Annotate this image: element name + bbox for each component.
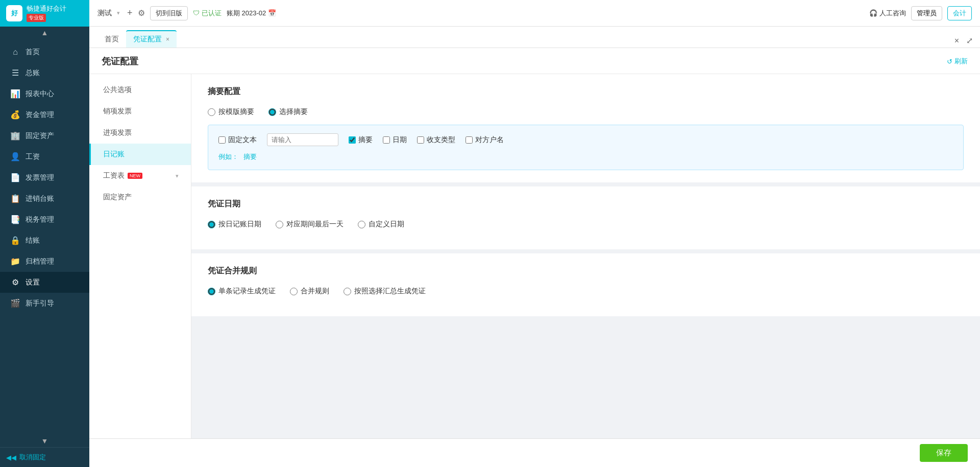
sidebar-scroll-up[interactable]: ▲ bbox=[0, 27, 89, 39]
company-chevron-icon[interactable]: ▾ bbox=[117, 10, 120, 16]
shield-icon: 🛡 bbox=[193, 9, 200, 17]
sidebar-item-payroll[interactable]: 👤 工资 bbox=[0, 146, 89, 167]
sidebar-item-tax[interactable]: 📑 税务管理 bbox=[0, 209, 89, 230]
topbar-add-icon[interactable]: + bbox=[127, 8, 133, 18]
checkbox-counterparty-input[interactable] bbox=[465, 136, 473, 144]
sidebar-item-label: 工资 bbox=[26, 152, 40, 161]
tab-bar: 首页 凭证配置 × × ⤢ bbox=[89, 27, 980, 48]
page-container: 凭证配置 ↺ 刷新 公共选项 销项发票 进项发票 日记账 工资表 bbox=[89, 48, 980, 467]
checkbox-date-label[interactable]: 日期 bbox=[383, 135, 407, 145]
sidebar-item-guide[interactable]: 🎬 新手引导 bbox=[0, 293, 89, 314]
radio-template-input[interactable] bbox=[208, 108, 215, 116]
config-content: 摘要配置 按模版摘要 选择摘要 bbox=[191, 74, 980, 438]
user-button[interactable]: 管理员 bbox=[911, 6, 942, 20]
radio-merge-label[interactable]: 合并规则 bbox=[290, 287, 329, 296]
config-nav-sales-invoice[interactable]: 销项发票 bbox=[89, 101, 191, 122]
merge-radio-group: 单条记录生成凭证 合并规则 按照选择汇总生成凭证 bbox=[208, 287, 964, 296]
sidebar-item-capital[interactable]: 💰 资金管理 bbox=[0, 104, 89, 125]
tab-close-button[interactable]: × bbox=[952, 34, 961, 48]
fixed-text-input[interactable] bbox=[267, 133, 338, 146]
checkbox-date-text: 日期 bbox=[393, 135, 407, 145]
sidebar-item-label: 归档管理 bbox=[26, 257, 54, 266]
radio-period-last-label[interactable]: 对应期间最后一天 bbox=[276, 220, 344, 229]
checkbox-date-input[interactable] bbox=[383, 136, 390, 144]
service-button[interactable]: 🎧 人工咨询 bbox=[869, 9, 906, 18]
closing-icon: 🔒 bbox=[10, 236, 20, 245]
tab-close-icon[interactable]: × bbox=[166, 36, 169, 43]
checkbox-summary-label[interactable]: 摘要 bbox=[349, 135, 373, 145]
checkbox-summary-input[interactable] bbox=[349, 136, 356, 144]
switch-old-version-button[interactable]: 切到旧版 bbox=[150, 6, 188, 20]
radio-journal-date-label[interactable]: 按日记账日期 bbox=[208, 220, 261, 229]
sidebar-item-label: 进销台账 bbox=[26, 194, 54, 203]
radio-single-input[interactable] bbox=[208, 288, 215, 295]
radio-custom-date-text: 自定义日期 bbox=[369, 220, 404, 229]
config-nav-purchase-invoice[interactable]: 进项发票 bbox=[89, 122, 191, 144]
tax-icon: 📑 bbox=[10, 215, 20, 224]
tab-voucher-config[interactable]: 凭证配置 × bbox=[126, 30, 177, 48]
radio-template-label[interactable]: 按模版摘要 bbox=[208, 107, 254, 116]
tab-active-label: 凭证配置 bbox=[133, 35, 162, 44]
calendar-icon[interactable]: 📅 bbox=[268, 9, 276, 17]
refresh-icon: ↺ bbox=[947, 58, 952, 65]
config-nav-payroll-table[interactable]: 工资表 NEW ▾ bbox=[89, 165, 191, 186]
radio-select-summary-input[interactable] bbox=[344, 288, 351, 295]
radio-journal-date-input[interactable] bbox=[208, 221, 215, 228]
sidebar-item-label: 发票管理 bbox=[26, 173, 54, 182]
certified-label: 已认证 bbox=[202, 9, 222, 18]
service-label: 人工咨询 bbox=[879, 9, 906, 18]
topbar-settings-icon[interactable]: ⚙ bbox=[138, 8, 145, 18]
sidebar-item-ledger[interactable]: ☰ 总账 bbox=[0, 62, 89, 83]
sidebar-item-label: 结账 bbox=[26, 236, 40, 245]
checkbox-payment-type-text: 收支类型 bbox=[427, 135, 455, 145]
radio-custom-date-input[interactable] bbox=[358, 221, 365, 228]
sidebar-item-assets[interactable]: 🏢 固定资产 bbox=[0, 125, 89, 146]
config-nav-journal[interactable]: 日记账 bbox=[89, 144, 191, 165]
checkbox-counterparty-label[interactable]: 对方户名 bbox=[465, 135, 504, 145]
ledger-icon: ☰ bbox=[10, 68, 20, 78]
radio-select-input[interactable] bbox=[268, 108, 276, 116]
radio-period-last-input[interactable] bbox=[276, 221, 283, 228]
sidebar-item-settings[interactable]: ⚙ 设置 bbox=[0, 272, 89, 293]
invoice-icon: 📄 bbox=[10, 173, 20, 182]
radio-custom-date-label[interactable]: 自定义日期 bbox=[358, 220, 404, 229]
config-nav-fixed-assets[interactable]: 固定资产 bbox=[89, 186, 191, 208]
capital-icon: 💰 bbox=[10, 110, 20, 120]
example-row: 例如： 摘要 bbox=[218, 152, 953, 161]
checkbox-fixed-text-label[interactable]: 固定文本 bbox=[218, 135, 257, 145]
page-footer: 保存 bbox=[89, 438, 980, 467]
sidebar-item-label: 设置 bbox=[26, 278, 40, 287]
sidebar-item-closing[interactable]: 🔒 结账 bbox=[0, 230, 89, 251]
merge-section: 凭证合并规则 单条记录生成凭证 合并规则 bbox=[191, 253, 980, 320]
sidebar-item-sales[interactable]: 📋 进销台账 bbox=[0, 188, 89, 209]
radio-template-text: 按模版摘要 bbox=[218, 107, 254, 116]
checkbox-fixed-text-input[interactable] bbox=[218, 136, 226, 144]
checkbox-payment-type-input[interactable] bbox=[417, 136, 424, 144]
sidebar-scroll-down[interactable]: ▼ bbox=[0, 435, 89, 447]
date-radio-group: 按日记账日期 对应期间最后一天 自定义日期 bbox=[208, 220, 964, 229]
radio-select-summary-label[interactable]: 按照选择汇总生成凭证 bbox=[344, 287, 426, 296]
page-title: 凭证配置 bbox=[102, 55, 138, 67]
sidebar-item-label: 资金管理 bbox=[26, 110, 54, 120]
sidebar-item-home[interactable]: ⌂ 首页 bbox=[0, 42, 89, 62]
sidebar-item-invoice[interactable]: 📄 发票管理 bbox=[0, 167, 89, 188]
radio-select-summary-text: 按照选择汇总生成凭证 bbox=[354, 287, 426, 296]
radio-merge-input[interactable] bbox=[290, 288, 298, 295]
checkbox-payment-type-label[interactable]: 收支类型 bbox=[417, 135, 455, 145]
tab-expand-button[interactable]: ⤢ bbox=[964, 34, 975, 48]
reports-icon: 📊 bbox=[10, 89, 20, 99]
role-button[interactable]: 会计 bbox=[947, 6, 972, 20]
tab-home[interactable]: 首页 bbox=[97, 30, 126, 48]
summary-title: 摘要配置 bbox=[208, 86, 964, 97]
radio-single-label[interactable]: 单条记录生成凭证 bbox=[208, 287, 276, 296]
sidebar-item-archive[interactable]: 📁 归档管理 bbox=[0, 251, 89, 272]
save-button[interactable]: 保存 bbox=[920, 444, 968, 462]
sidebar-item-label: 首页 bbox=[26, 48, 40, 57]
sidebar-cancel-fixed[interactable]: ◀◀ 取消固定 bbox=[0, 447, 89, 467]
config-nav-public[interactable]: 公共选项 bbox=[89, 79, 191, 101]
radio-select-label[interactable]: 选择摘要 bbox=[268, 107, 308, 116]
payroll-chevron-icon: ▾ bbox=[176, 173, 179, 179]
sidebar-item-reports[interactable]: 📊 报表中心 bbox=[0, 83, 89, 104]
refresh-button[interactable]: ↺ 刷新 bbox=[947, 57, 968, 66]
sidebar-item-label: 总账 bbox=[26, 68, 40, 78]
